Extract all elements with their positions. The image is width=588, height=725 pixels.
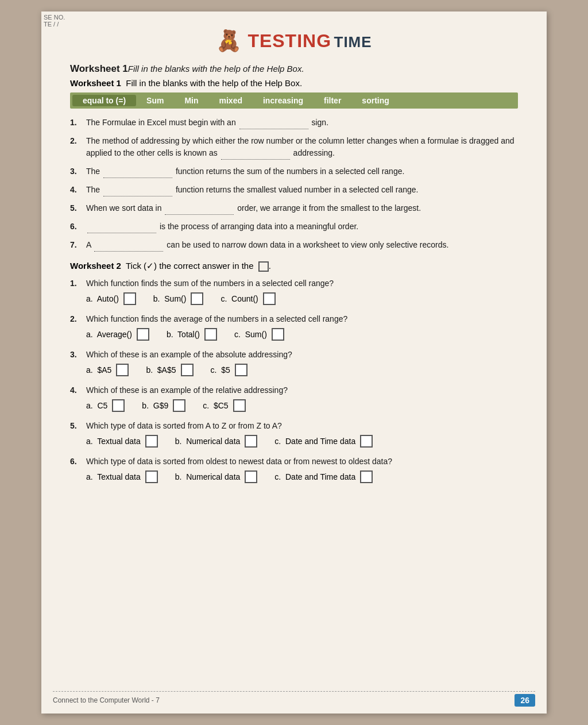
checkbox-2c[interactable] <box>272 328 284 341</box>
checkbox-2a[interactable] <box>137 328 149 341</box>
blank5 <box>165 202 234 215</box>
ws2-options-1: a. Auto() b. Sum() c. Count() <box>86 292 518 305</box>
ws2-title: Worksheet 2 <box>70 261 121 271</box>
checkbox-4b[interactable] <box>173 399 185 412</box>
checkbox-4c[interactable] <box>233 399 246 412</box>
ws2-option-6c: c. Date and Time data <box>274 471 373 483</box>
helpbox-item-equal: equal to (=) <box>72 95 136 106</box>
worksheet1-questions: 1. The Formulae in Excel must begin with… <box>70 117 518 252</box>
checkbox-3a[interactable] <box>116 364 129 376</box>
ws2-option-3b: b. $A$5 <box>146 364 193 376</box>
helpbox: equal to (=) Sum Min mixed increasing fi… <box>70 92 518 109</box>
list-item: 1. The Formulae in Excel must begin with… <box>70 117 518 129</box>
ws2-option-1b: b. Sum() <box>153 292 204 305</box>
helpbox-item-sum: Sum <box>136 95 174 106</box>
ws2-question-5: 5. Which type of data is sorted from A t… <box>70 421 518 448</box>
ws2-options-6: a. Textual data b. Numerical data c. Dat… <box>86 471 518 483</box>
ws2-option-3a: a. $A5 <box>86 364 129 376</box>
ws2-option-6b: b. Numerical data <box>175 471 258 483</box>
ws2-question-3: 3. Which of these is an example of the a… <box>70 350 518 376</box>
checkbox-6a[interactable] <box>145 471 158 483</box>
ws2-option-2c: c. Sum() <box>234 328 284 341</box>
footer-page: 26 <box>514 694 535 707</box>
helpbox-item-sorting: sorting <box>351 95 399 106</box>
ws2-option-5b: b. Numerical data <box>175 435 258 448</box>
checkbox-3c[interactable] <box>235 364 247 376</box>
blank1 <box>239 117 308 129</box>
ws2-question-4: 4. Which of these is an example of the r… <box>70 385 518 412</box>
mascot-icon: 🧸 <box>216 29 242 53</box>
list-item: 3. The function returns the sum of the n… <box>70 165 518 178</box>
blank7 <box>94 239 163 252</box>
list-item: 4. The function returns the smallest val… <box>70 184 518 196</box>
ws2-option-4c: c. $C5 <box>203 399 245 412</box>
helpbox-item-increasing: increasing <box>253 95 314 106</box>
helpbox-item-min: Min <box>174 95 208 106</box>
list-item: 2. The method of addressing by which eit… <box>70 135 518 160</box>
page-title: TESTING TIME <box>247 30 372 52</box>
ws2-options-5: a. Textual data b. Numerical data c. Dat… <box>86 435 518 448</box>
ws2-option-1a: a. Auto() <box>86 292 136 305</box>
page-header: 🧸 TESTING TIME <box>70 29 518 53</box>
ws2-option-5c: c. Date and Time data <box>274 435 373 448</box>
footer: Connect to the Computer World - 7 26 <box>41 691 547 714</box>
checkbox-2b[interactable] <box>204 328 217 341</box>
helpbox-item-mixed: mixed <box>209 95 253 106</box>
helpbox-item-filter: filter <box>314 95 351 106</box>
ws2-option-4b: b. G$9 <box>142 399 185 412</box>
ws2-question-1: 1. Which function finds the sum of the n… <box>70 279 518 305</box>
checkbox-6c[interactable] <box>360 471 373 483</box>
ws2-option-4a: a. C5 <box>86 399 125 412</box>
worksheet1-instruction: Worksheet 1 Fill in the blanks with the … <box>70 78 518 88</box>
footer-divider <box>53 691 535 692</box>
list-item: 7. A can be used to narrow down data in … <box>70 239 518 252</box>
worksheet1-section: Worksheet 1Fill in the blanks with the h… <box>70 63 518 252</box>
ws2-option-1c: c. Count() <box>220 292 275 305</box>
ws2-question-6: 6. Which type of data is sorted from old… <box>70 457 518 483</box>
page: SE NO. TE / / 🧸 TESTING TIME Worksheet 1… <box>41 11 547 714</box>
blank2 <box>221 147 290 160</box>
tick-box-example <box>258 261 269 272</box>
checkbox-3b[interactable] <box>181 364 194 376</box>
ws2-option-2a: a. Average() <box>86 328 149 341</box>
blank3 <box>103 165 172 178</box>
checkbox-1b[interactable] <box>191 292 203 305</box>
ws2-options-2: a. Average() b. Total() c. Sum() <box>86 328 518 341</box>
checkbox-5c[interactable] <box>360 435 373 448</box>
footer-text: Connect to the Computer World - 7 <box>53 696 160 704</box>
ws2-option-3c: c. $5 <box>211 364 247 376</box>
checkbox-5a[interactable] <box>145 435 158 448</box>
list-item: 5. When we sort data in order, we arrang… <box>70 202 518 215</box>
worksheet2-instruction: Worksheet 2 Tick (✓) the correct answer … <box>70 261 518 272</box>
ws2-option-2b: b. Total() <box>167 328 217 341</box>
blank4 <box>103 184 172 196</box>
checkbox-6b[interactable] <box>245 471 257 483</box>
checkbox-1c[interactable] <box>263 292 276 305</box>
ws1-title: Worksheet 1 <box>70 78 121 88</box>
worksheet2-section: Worksheet 2 Tick (✓) the correct answer … <box>70 261 518 483</box>
checkbox-5b[interactable] <box>245 435 257 448</box>
ws2-option-6a: a. Textual data <box>86 471 158 483</box>
ws2-options-3: a. $A5 b. $A$5 c. $5 <box>86 364 518 376</box>
corner-label: SE NO. TE / / <box>44 14 65 28</box>
worksheet2-questions: 1. Which function finds the sum of the n… <box>70 279 518 483</box>
ws2-options-4: a. C5 b. G$9 c. $C5 <box>86 399 518 412</box>
ws2-question-2: 2. Which function finds the average of t… <box>70 314 518 341</box>
checkbox-4a[interactable] <box>112 399 125 412</box>
blank6 <box>87 221 156 233</box>
worksheet1-label: Worksheet 1Fill in the blanks with the h… <box>70 63 518 75</box>
checkbox-1a[interactable] <box>123 292 136 305</box>
list-item: 6. is the process of arranging data into… <box>70 221 518 233</box>
ws2-option-5a: a. Textual data <box>86 435 158 448</box>
